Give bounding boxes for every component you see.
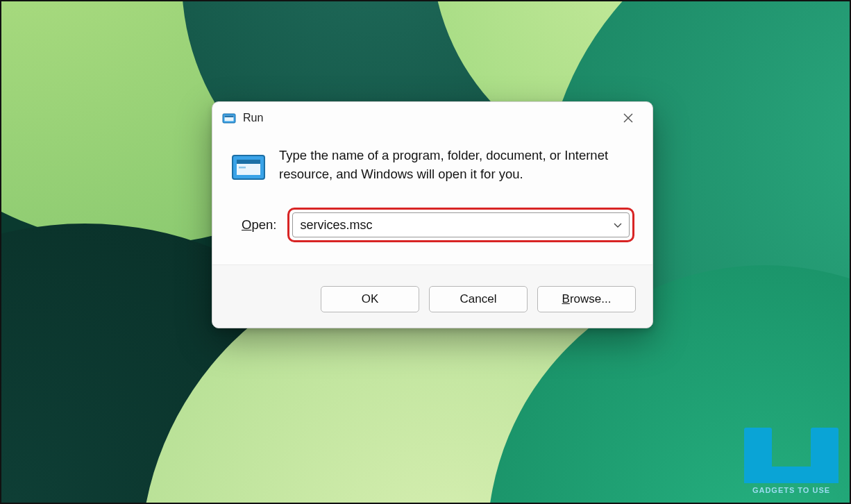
- watermark-logo: [744, 428, 839, 483]
- titlebar[interactable]: Run: [212, 102, 652, 134]
- dialog-body: Type the name of a program, folder, docu…: [212, 134, 652, 190]
- svg-rect-2: [225, 116, 234, 117]
- close-button[interactable]: [608, 104, 648, 132]
- dialog-title: Run: [243, 112, 263, 124]
- run-titlebar-icon: [222, 111, 236, 125]
- svg-rect-8: [239, 167, 246, 169]
- dialog-button-row: OK Cancel Browse...: [212, 264, 652, 328]
- open-input-value: services.msc: [300, 218, 372, 233]
- desktop-wallpaper: Run Type the name of a program, folder, …: [0, 0, 851, 504]
- watermark: GADGETS TO USE: [744, 428, 839, 494]
- open-combobox[interactable]: services.msc: [292, 212, 630, 237]
- cancel-button[interactable]: Cancel: [429, 286, 528, 312]
- close-icon: [623, 113, 633, 123]
- browse-button[interactable]: Browse...: [537, 286, 636, 312]
- chevron-down-icon[interactable]: [614, 219, 622, 230]
- ok-button[interactable]: OK: [321, 286, 419, 312]
- dialog-description: Type the name of a program, folder, docu…: [279, 146, 634, 185]
- open-label: Open:: [242, 217, 276, 233]
- svg-rect-7: [237, 160, 260, 164]
- watermark-text: GADGETS TO USE: [744, 486, 839, 494]
- run-icon: [230, 149, 267, 185]
- open-input-highlight: services.msc: [287, 208, 634, 242]
- run-dialog: Run Type the name of a program, folder, …: [212, 101, 653, 328]
- open-row: Open: services.msc: [212, 190, 652, 246]
